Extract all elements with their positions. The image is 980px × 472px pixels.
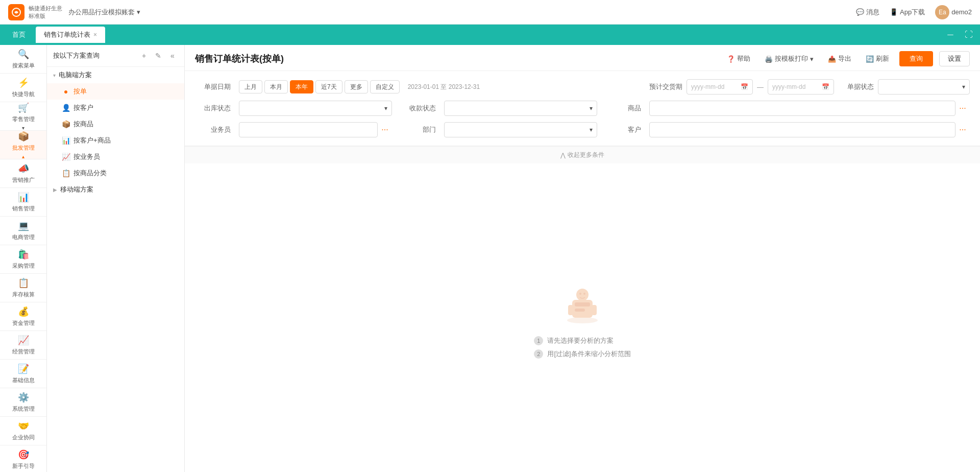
app-title-chevron: ▾ bbox=[137, 8, 140, 16]
message-btn[interactable]: 💬 消息 bbox=[856, 8, 879, 17]
sidebar-item-operation[interactable]: 📈 经营管理 bbox=[0, 331, 46, 360]
download-icon: 📱 bbox=[890, 8, 898, 16]
sidebar-item-purchase[interactable]: 🛍️ 采购管理 bbox=[0, 245, 46, 274]
sales-icon: 📊 bbox=[18, 192, 29, 203]
wholesale-icon: 📦 bbox=[18, 131, 29, 142]
empty-illustration bbox=[557, 277, 608, 328]
tab-expand-btn[interactable]: ⛶ bbox=[962, 28, 976, 42]
collapse-bar[interactable]: ⋀ 收起更多条件 bbox=[185, 146, 980, 163]
tab-home[interactable]: 首页 bbox=[4, 27, 34, 43]
payment-status-select[interactable]: ▾ bbox=[444, 101, 597, 116]
sidebar-label-search: 搜索菜单 bbox=[12, 62, 35, 69]
by-category-icon: 📋 bbox=[61, 169, 70, 177]
app-title: 办公用品行业模拟账套 bbox=[68, 8, 135, 17]
quick-nav-icon: ⚡ bbox=[18, 77, 29, 88]
empty-tip-1: 1 请先选择要分析的方案 bbox=[534, 336, 630, 345]
edit-scheme-btn[interactable]: ✎ bbox=[153, 50, 164, 61]
customer-more-btn[interactable]: ··· bbox=[955, 123, 970, 137]
app-title-area[interactable]: 办公用品行业模拟账套 ▾ bbox=[68, 8, 140, 17]
tree-item-by-product[interactable]: 📦 按商品 bbox=[47, 116, 184, 132]
basic-icon: 📝 bbox=[18, 363, 29, 374]
customer-label: 客户 bbox=[605, 125, 641, 134]
expected-start-placeholder: yyyy-mm-dd bbox=[691, 83, 724, 90]
app-download-btn[interactable]: 📱 App下载 bbox=[890, 8, 925, 17]
tree-expand-mobile: ▶ bbox=[53, 187, 57, 193]
by-salesperson-icon: 📈 bbox=[61, 153, 70, 161]
sidebar-item-newbie[interactable]: 🎯 新手引导 bbox=[0, 445, 46, 472]
this-month-btn[interactable]: 本月 bbox=[264, 80, 288, 93]
svg-rect-9 bbox=[592, 305, 597, 315]
more-date-btn[interactable]: 更多 bbox=[345, 80, 368, 93]
system-icon: ⚙️ bbox=[18, 392, 29, 403]
page-header-actions: ❓ 帮助 🖨️ 按模板打印 ▾ 📤 导出 🔄 刷新 bbox=[723, 51, 970, 66]
expected-end-input[interactable]: yyyy-mm-dd 📅 bbox=[768, 79, 834, 95]
message-icon: 💬 bbox=[856, 8, 864, 16]
tabbar: 首页 销售订单统计表 × ─ ⛶ bbox=[0, 25, 980, 45]
left-panel-header: 按以下方案查询 + ✎ « bbox=[47, 45, 184, 67]
topbar-left: 畅捷通好生意 标准版 办公用品行业模拟账套 ▾ bbox=[8, 4, 140, 20]
tree-group-pc[interactable]: ▾ 电脑端方案 bbox=[47, 67, 184, 83]
this-year-btn[interactable]: 本年 bbox=[290, 80, 313, 93]
sidebar-item-marketing[interactable]: 📣 营销推广 bbox=[0, 159, 46, 188]
status-select[interactable]: ▾ bbox=[878, 79, 970, 95]
salesperson-more-btn[interactable]: ··· bbox=[378, 123, 392, 137]
tab-sales-order[interactable]: 销售订单统计表 × bbox=[36, 27, 105, 43]
svg-point-5 bbox=[576, 289, 589, 301]
salesperson-select[interactable] bbox=[239, 122, 378, 137]
tip-num-2: 2 bbox=[534, 349, 543, 359]
svg-rect-4 bbox=[575, 309, 585, 312]
purchase-icon: 🛍️ bbox=[18, 249, 29, 260]
collapse-panel-btn[interactable]: « bbox=[167, 50, 178, 61]
tree-item-by-customer-product[interactable]: 📊 按客户+商品 bbox=[47, 132, 184, 149]
expected-start-input[interactable]: yyyy-mm-dd 📅 bbox=[687, 79, 753, 95]
last-month-btn[interactable]: 上月 bbox=[239, 80, 262, 93]
product-more-btn[interactable]: ··· bbox=[955, 101, 970, 115]
tab-home-label: 首页 bbox=[12, 30, 26, 39]
customer-select[interactable] bbox=[649, 122, 955, 137]
settings-button[interactable]: 设置 bbox=[939, 51, 970, 66]
query-button[interactable]: 查询 bbox=[899, 51, 933, 66]
tree-item-by-order[interactable]: ● 按单 bbox=[47, 83, 184, 100]
sidebar-item-finance[interactable]: 💰 资金管理 bbox=[0, 302, 46, 331]
add-scheme-btn[interactable]: + bbox=[138, 50, 150, 61]
logo-icon bbox=[8, 4, 24, 20]
tab-close-icon[interactable]: × bbox=[93, 31, 97, 38]
finance-icon: 💰 bbox=[18, 306, 29, 317]
filter-row-3: 业务员 ··· 部门 ▾ 客户 bbox=[195, 122, 970, 137]
sidebar-item-enterprise[interactable]: 🤝 企业协同 bbox=[0, 417, 46, 445]
refresh-btn[interactable]: 🔄 刷新 bbox=[862, 52, 893, 65]
sidebar-item-system[interactable]: ⚙️ 系统管理 bbox=[0, 388, 46, 417]
department-select[interactable]: ▾ bbox=[444, 122, 597, 137]
department-label: 部门 bbox=[400, 125, 436, 134]
date-quick-buttons: 上月 本月 本年 近7天 更多 自定义 bbox=[239, 80, 400, 93]
custom-date-btn[interactable]: 自定义 bbox=[370, 80, 400, 93]
user-area[interactable]: Ea demo2 bbox=[935, 5, 972, 19]
product-label: 商品 bbox=[605, 104, 641, 113]
sidebar-item-search-menu[interactable]: 🔍 搜索菜单 bbox=[0, 45, 46, 74]
help-icon: ❓ bbox=[727, 55, 735, 63]
tree-item-by-customer[interactable]: 👤 按客户 bbox=[47, 100, 184, 116]
product-select[interactable] bbox=[649, 101, 955, 116]
help-btn[interactable]: ❓ 帮助 bbox=[723, 52, 754, 65]
sidebar-item-quick-nav[interactable]: ⚡ 快捷导航 bbox=[0, 74, 46, 102]
tab-minimize-btn[interactable]: ─ bbox=[943, 28, 958, 42]
sidebar-item-wholesale[interactable]: 📦 批发管理 ▴ bbox=[0, 131, 46, 159]
ship-status-select[interactable]: ▾ bbox=[239, 101, 392, 116]
search-icon: 🔍 bbox=[18, 49, 29, 60]
sidebar-item-sales[interactable]: 📊 销售管理 bbox=[0, 188, 46, 217]
tip-text-1: 请先选择要分析的方案 bbox=[547, 336, 614, 345]
sidebar-item-ecom[interactable]: 💻 电商管理 bbox=[0, 217, 46, 245]
svg-point-6 bbox=[579, 293, 581, 295]
sidebar-item-inventory[interactable]: 📋 库存核算 bbox=[0, 274, 46, 302]
export-btn[interactable]: 📤 导出 bbox=[824, 52, 855, 65]
calendar-start-icon: 📅 bbox=[741, 83, 748, 90]
tree-group-mobile[interactable]: ▶ 移动端方案 bbox=[47, 181, 184, 198]
retail-chevron: ▾ bbox=[22, 125, 24, 131]
sidebar-item-basic[interactable]: 📝 基础信息 bbox=[0, 360, 46, 388]
sidebar-item-retail[interactable]: 🛒 零售管理 ▾ bbox=[0, 102, 46, 131]
tree-item-by-salesperson[interactable]: 📈 按业务员 bbox=[47, 149, 184, 165]
tree-item-by-category[interactable]: 📋 按商品分类 bbox=[47, 165, 184, 181]
last-7-btn[interactable]: 近7天 bbox=[315, 80, 342, 93]
print-btn[interactable]: 🖨️ 按模板打印 ▾ bbox=[761, 52, 818, 65]
by-order-label: 按单 bbox=[74, 87, 87, 96]
